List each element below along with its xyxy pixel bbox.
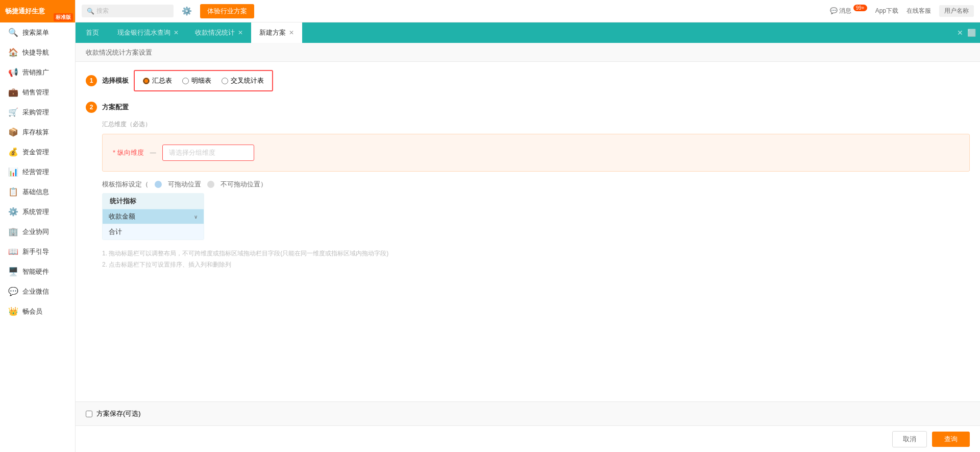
sidebar-item-label: 畅会员 <box>22 307 42 316</box>
logo-badge: 标准版 <box>54 13 73 21</box>
footer-bar: 取消 查询 <box>76 425 980 452</box>
sidebar-item-label: 智能硬件 <box>22 267 49 276</box>
settings-icon[interactable]: ⚙️ <box>182 6 192 16</box>
sidebar-logo: 畅捷通好生意 标准版 <box>0 0 75 22</box>
sidebar-item-hardware[interactable]: 🖥️ 智能硬件 <box>0 261 75 281</box>
tab-bar-controls: ✕ ⬜ <box>957 29 980 37</box>
sidebar-item-marketing[interactable]: 📢 营销推广 <box>0 62 75 82</box>
sidebar-item-search[interactable]: 🔍 搜索菜单 <box>0 22 75 42</box>
metrics-row-total: 合计 <box>103 224 204 240</box>
save-section: 方案保存(可选) <box>76 401 980 425</box>
query-button[interactable]: 查询 <box>932 432 970 447</box>
tab-close-all-icon[interactable]: ✕ <box>957 29 963 37</box>
metrics-title: 模板指标设定（ <box>102 180 149 189</box>
search-icon: 🔍 <box>87 8 94 15</box>
sidebar-item-enterprise[interactable]: 🏢 企业协同 <box>0 222 75 242</box>
sidebar-item-finance[interactable]: 💰 资金管理 <box>0 142 75 162</box>
radio-group: 汇总表 明细表 交叉统计表 <box>143 76 264 85</box>
management-icon: 📊 <box>8 167 18 177</box>
page-area: 收款情况统计方案设置 1 选择模板 汇总表 <box>76 43 980 452</box>
sidebar-item-label: 采购管理 <box>22 108 49 117</box>
sidebar-item-management[interactable]: 📊 经营管理 <box>0 162 75 182</box>
save-checkbox[interactable] <box>86 411 92 417</box>
metrics-col-header[interactable]: 收款金额 ∨ <box>103 209 204 224</box>
radio-summary-input[interactable] <box>143 78 150 84</box>
dimension-label-text: 汇总维度（必选） <box>102 121 151 128</box>
sidebar-item-purchase[interactable]: 🛒 采购管理 <box>0 102 75 122</box>
dimension-arrow: — <box>150 149 156 156</box>
row-total-label: 合计 <box>109 228 122 235</box>
tab-new-plan-label: 新建方案 <box>259 28 286 37</box>
sales-icon: 💼 <box>8 87 18 97</box>
tab-new-plan-close[interactable]: ✕ <box>289 29 294 36</box>
enterprise-icon: 🏢 <box>8 227 18 236</box>
sidebar-item-basic[interactable]: 📋 基础信息 <box>0 182 75 202</box>
tip2-row: 2. 点击标题栏下拉可设置排序、插入列和删除列 <box>102 259 970 271</box>
non-draggable-label: 不可拖动位置） <box>220 180 267 189</box>
wechat-icon: 💬 <box>8 287 18 296</box>
tab-cashflow[interactable]: 现金银行流水查询 ✕ <box>109 22 187 43</box>
tab-collection-close[interactable]: ✕ <box>238 29 243 36</box>
content-area: 1 选择模板 汇总表 明细表 <box>76 62 980 401</box>
radio-summary-label: 汇总表 <box>152 76 172 85</box>
radio-detail[interactable]: 明细表 <box>182 76 211 85</box>
sidebar-item-label: 系统管理 <box>22 207 49 217</box>
search-placeholder: 搜索 <box>96 7 109 15</box>
vertical-dimension-label: * 纵向维度 <box>113 148 144 157</box>
sidebar-item-sales[interactable]: 💼 销售管理 <box>0 82 75 102</box>
step2-number: 2 <box>86 102 97 113</box>
radio-detail-label: 明细表 <box>191 76 211 85</box>
sidebar-item-member[interactable]: 👑 畅会员 <box>0 301 75 321</box>
page-title: 收款情况统计方案设置 <box>86 49 152 56</box>
tab-home[interactable]: 首页 <box>76 22 109 43</box>
basic-icon: 📋 <box>8 187 18 197</box>
tab-new-plan[interactable]: 新建方案 ✕ <box>251 22 302 43</box>
step1-header: 1 选择模板 汇总表 明细表 <box>86 70 970 91</box>
step1-section: 1 选择模板 汇总表 明细表 <box>86 70 970 91</box>
radio-summary[interactable]: 汇总表 <box>143 76 172 85</box>
tab-cashflow-label: 现金银行流水查询 <box>117 28 170 37</box>
col-dropdown-icon[interactable]: ∨ <box>194 214 198 220</box>
metrics-label-row: 模板指标设定（ 可拖动位置 不可拖动位置） <box>102 180 970 189</box>
user-name[interactable]: 用户名称 <box>939 5 974 17</box>
radio-cross[interactable]: 交叉统计表 <box>222 76 264 85</box>
sidebar-item-label: 基础信息 <box>22 187 49 197</box>
message-badge: 99+ <box>853 5 867 11</box>
header-right: 💬 消息 99+ App下载 在线客服 用户名称 <box>830 5 974 17</box>
dimension-area: * 纵向维度 — 请选择分组维度 <box>102 134 970 172</box>
tab-collection[interactable]: 收款情况统计 ✕ <box>187 22 251 43</box>
sidebar-item-guide[interactable]: 📖 新手引导 <box>0 242 75 261</box>
download-label[interactable]: App下载 <box>875 7 898 15</box>
step2-header: 2 方案配置 <box>86 102 970 113</box>
tab-cashflow-close[interactable]: ✕ <box>174 29 179 36</box>
draggable-label: 可拖动位置 <box>168 180 201 189</box>
dimension-select[interactable]: 请选择分组维度 <box>162 145 254 161</box>
tips-area: 1. 拖动标题栏可以调整布局，不可跨维度或指标区域拖动栏目字段(只能在同一维度或… <box>102 248 970 270</box>
purchase-icon: 🛒 <box>8 107 18 117</box>
save-label: 方案保存(可选) <box>96 409 141 418</box>
message-section[interactable]: 💬 消息 99+ <box>830 7 867 15</box>
dimension-config-label: 汇总维度（必选） <box>102 120 970 129</box>
dot-draggable <box>155 181 162 188</box>
finance-icon: 💰 <box>8 147 18 157</box>
cancel-button[interactable]: 取消 <box>892 431 927 447</box>
sidebar-item-label: 快捷导航 <box>22 48 49 57</box>
col-header-label: 收款金额 <box>109 212 135 221</box>
step1-number: 1 <box>86 75 97 86</box>
industry-solution-button[interactable]: 体验行业方案 <box>200 4 254 18</box>
home-icon: 🏠 <box>8 47 18 57</box>
radio-detail-input[interactable] <box>182 78 189 84</box>
tab-bar: 首页 现金银行流水查询 ✕ 收款情况统计 ✕ 新建方案 ✕ ✕ ⬜ <box>76 22 980 43</box>
top-header: 🔍 搜索 ⚙️ 体验行业方案 💬 消息 99+ App下载 在线客服 用户名称 <box>76 0 980 22</box>
dimension-placeholder: 请选择分组维度 <box>169 149 215 156</box>
sidebar-item-nav[interactable]: 🏠 快捷导航 <box>0 42 75 62</box>
sidebar-item-label: 营销推广 <box>22 68 49 77</box>
sidebar-item-system[interactable]: ⚙️ 系统管理 <box>0 202 75 222</box>
message-label: 消息 <box>839 7 851 14</box>
header-search[interactable]: 🔍 搜索 <box>82 5 174 17</box>
sidebar-item-wechat[interactable]: 💬 企业微信 <box>0 281 75 301</box>
service-label[interactable]: 在线客服 <box>906 7 931 15</box>
tab-maximize-icon[interactable]: ⬜ <box>967 29 976 37</box>
radio-cross-input[interactable] <box>222 78 228 84</box>
sidebar-item-inventory[interactable]: 📦 库存核算 <box>0 122 75 142</box>
